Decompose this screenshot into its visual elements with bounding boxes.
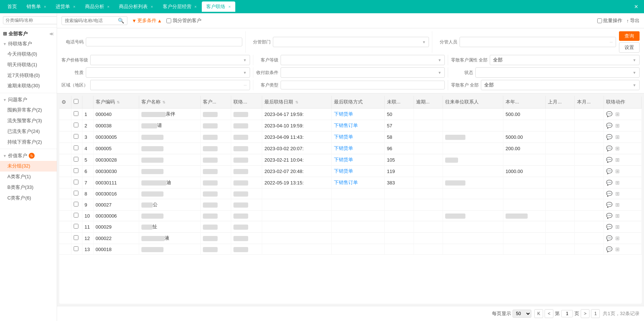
select-price-level[interactable]: ▼ bbox=[90, 55, 250, 65]
select-scatter-customer[interactable]: 全部 ▼ bbox=[481, 80, 640, 90]
my-customers-checkbox[interactable]: 我分管的客户 bbox=[166, 17, 201, 24]
th-gear[interactable]: ⚙ bbox=[59, 96, 71, 109]
tab-goods-analysis-close[interactable]: × bbox=[107, 4, 109, 9]
action-grid-icon-4[interactable]: ⊞ bbox=[615, 157, 620, 163]
sidebar-item-class-b[interactable]: B类客户(33) bbox=[0, 182, 57, 193]
tab-goods-analysis-list[interactable]: 商品分析列表 × bbox=[115, 1, 157, 12]
row-checkbox-3[interactable] bbox=[74, 145, 78, 150]
td-last-contact-way-0[interactable]: 下销货单 bbox=[331, 109, 384, 120]
sidebar-item-overdue[interactable]: 逾期未联络(30) bbox=[0, 81, 57, 91]
td-last-contact-way-2[interactable]: 下销货单 bbox=[331, 131, 384, 143]
th-name[interactable]: 客户名称 ⇅ bbox=[139, 96, 200, 109]
first-page-button[interactable]: K bbox=[534, 309, 543, 318]
action-grid-icon-1[interactable]: ⊞ bbox=[615, 123, 620, 128]
td-last-contact-way-7[interactable] bbox=[331, 188, 384, 199]
row-checkbox-8[interactable] bbox=[74, 202, 78, 207]
td-checkbox-1[interactable] bbox=[71, 120, 82, 131]
sidebar-group-pending[interactable]: ▼ 待联络客户 bbox=[0, 39, 57, 49]
tab-customer-tier[interactable]: 客户分层经营 × bbox=[158, 1, 201, 12]
sidebar-item-churn-warning[interactable]: 流失预警客户(3) bbox=[0, 116, 57, 126]
td-checkbox-0[interactable] bbox=[71, 109, 82, 120]
row-checkbox-0[interactable] bbox=[74, 111, 78, 116]
action-message-icon-12[interactable]: 💬 bbox=[606, 246, 612, 252]
tab-purchase[interactable]: 进货单 × bbox=[51, 1, 80, 12]
batch-operation-button[interactable]: 批量操作 bbox=[597, 17, 622, 24]
sidebar-collapse-icon[interactable]: ≪ bbox=[49, 32, 54, 36]
sidebar-item-class-a[interactable]: A类客户(1) bbox=[0, 172, 57, 182]
td-checkbox-5[interactable] bbox=[71, 166, 82, 177]
batch-check[interactable] bbox=[597, 18, 602, 23]
td-last-contact-way-12[interactable] bbox=[331, 244, 384, 255]
contact-way-link-4[interactable]: 下销货单 bbox=[334, 157, 353, 162]
th-last-month[interactable]: 上月... bbox=[546, 96, 575, 109]
global-close-button[interactable]: × bbox=[631, 3, 641, 11]
contact-way-link-3[interactable]: 下销货单 bbox=[334, 145, 353, 151]
sidebar-item-7days[interactable]: 近7天待联络(0) bbox=[0, 70, 57, 81]
sidebar-group-problem[interactable]: ▼ 问题客户 bbox=[0, 95, 57, 105]
search-button[interactable]: 查询 bbox=[619, 31, 640, 41]
row-checkbox-12[interactable] bbox=[74, 246, 78, 251]
tab-sales-close[interactable]: × bbox=[44, 4, 46, 9]
tab-goods-analysis-list-close[interactable]: × bbox=[151, 4, 153, 9]
td-checkbox-12[interactable] bbox=[71, 244, 82, 255]
action-message-icon-7[interactable]: 💬 bbox=[606, 191, 612, 197]
last-page-button[interactable]: 1 bbox=[591, 309, 600, 318]
td-checkbox-8[interactable] bbox=[71, 199, 82, 211]
gear-icon[interactable]: ⚙ bbox=[61, 99, 66, 105]
tab-customer-contact[interactable]: 客户联络 × bbox=[202, 1, 235, 12]
td-checkbox-7[interactable] bbox=[71, 188, 82, 199]
action-grid-icon-12[interactable]: ⊞ bbox=[615, 246, 620, 252]
th-contact[interactable]: 联络... bbox=[231, 96, 262, 109]
sidebar-item-today[interactable]: 今天待联络(0) bbox=[0, 49, 57, 60]
row-checkbox-1[interactable] bbox=[74, 123, 78, 127]
th-unit-contact[interactable]: 往来单位联系人 bbox=[443, 96, 503, 109]
action-message-icon-0[interactable]: 💬 bbox=[606, 111, 612, 117]
action-message-icon-4[interactable]: 💬 bbox=[606, 157, 612, 163]
action-message-icon-6[interactable]: 💬 bbox=[606, 180, 612, 186]
td-last-contact-way-6[interactable]: 下销售订单 bbox=[331, 177, 384, 188]
td-checkbox-6[interactable] bbox=[71, 177, 82, 188]
action-message-icon-8[interactable]: 💬 bbox=[606, 202, 612, 208]
row-checkbox-10[interactable] bbox=[74, 224, 78, 229]
tab-goods-analysis[interactable]: 商品分析 × bbox=[81, 1, 114, 12]
action-grid-icon-11[interactable]: ⊞ bbox=[615, 235, 620, 241]
td-last-contact-way-1[interactable]: 下销售订单 bbox=[331, 120, 384, 131]
action-grid-icon-10[interactable]: ⊞ bbox=[615, 224, 620, 230]
th-this-year[interactable]: 本年... bbox=[503, 96, 545, 109]
action-message-icon-2[interactable]: 💬 bbox=[606, 134, 612, 140]
action-message-icon-11[interactable]: 💬 bbox=[606, 235, 612, 241]
action-grid-icon-3[interactable]: ⊞ bbox=[615, 145, 620, 151]
my-customers-check[interactable] bbox=[166, 18, 171, 23]
contact-way-link-2[interactable]: 下销货单 bbox=[334, 134, 353, 140]
th-last-contact-date[interactable]: 最后联络日期 ⇅ bbox=[262, 96, 332, 109]
contact-way-link-0[interactable]: 下销货单 bbox=[334, 111, 353, 117]
row-checkbox-11[interactable] bbox=[74, 235, 78, 240]
search-icon[interactable]: 🔍 bbox=[118, 18, 124, 24]
tab-sales[interactable]: 销售单 × bbox=[22, 1, 50, 12]
th-checkbox[interactable] bbox=[71, 96, 82, 109]
select-all-checkbox[interactable] bbox=[74, 99, 78, 104]
contact-way-link-6[interactable]: 下销售订单 bbox=[334, 180, 358, 185]
th-this-month[interactable]: 本月... bbox=[575, 96, 604, 109]
row-checkbox-2[interactable] bbox=[74, 134, 78, 139]
td-checkbox-4[interactable] bbox=[71, 154, 82, 166]
select-nature[interactable]: ▼ bbox=[86, 67, 250, 78]
tab-home[interactable]: 首页 bbox=[3, 1, 21, 12]
td-last-contact-way-9[interactable] bbox=[331, 211, 384, 221]
select-payment[interactable]: ▼ bbox=[281, 67, 445, 78]
tab-purchase-close[interactable]: × bbox=[73, 4, 75, 9]
row-checkbox-4[interactable] bbox=[74, 157, 78, 162]
th-last-contact-way[interactable]: 最后联络方式 bbox=[331, 96, 384, 109]
row-checkbox-6[interactable] bbox=[74, 180, 78, 184]
sidebar-item-tomorrow[interactable]: 明天待联络(1) bbox=[0, 60, 57, 70]
action-message-icon-3[interactable]: 💬 bbox=[606, 145, 612, 151]
input-customer-type[interactable] bbox=[281, 81, 445, 89]
td-checkbox-10[interactable] bbox=[71, 221, 82, 233]
sidebar-item-ungrouped[interactable]: 未分组(32) bbox=[0, 161, 57, 172]
action-message-icon-9[interactable]: 💬 bbox=[606, 213, 612, 219]
reset-button[interactable]: 设置 bbox=[619, 42, 640, 53]
contact-way-link-1[interactable]: 下销售订单 bbox=[334, 123, 358, 128]
action-grid-icon-2[interactable]: ⊞ bbox=[615, 134, 620, 140]
sidebar-item-hoard-abnormal[interactable]: 囤购异常客户(2) bbox=[0, 105, 57, 116]
td-last-contact-way-4[interactable]: 下销货单 bbox=[331, 154, 384, 166]
